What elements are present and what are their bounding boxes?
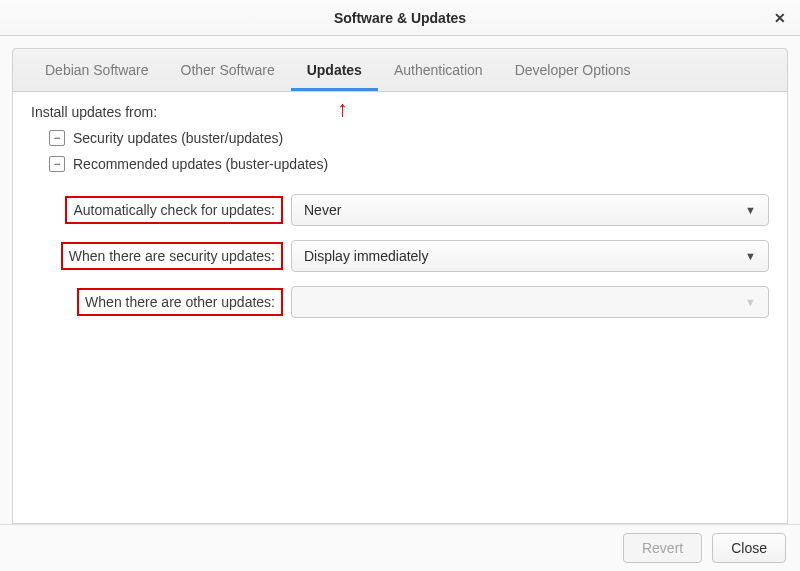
close-icon: ✕ <box>774 10 786 26</box>
window-titlebar: Software & Updates ✕ <box>0 0 800 36</box>
window-close-button[interactable]: ✕ <box>768 6 792 30</box>
security-updates-combo[interactable]: Display immediately ▼ <box>291 240 769 272</box>
source-recommended-updates-row[interactable]: − Recommended updates (buster-updates) <box>49 156 769 172</box>
security-updates-label: When there are security updates: <box>61 242 283 270</box>
chevron-down-icon: ▼ <box>745 296 756 308</box>
update-settings-grid: Automatically check for updates: Never ▼… <box>31 194 769 318</box>
partial-check-icon: − <box>49 156 65 172</box>
label-wrap: Automatically check for updates: <box>31 196 287 224</box>
source-security-updates-row[interactable]: − Security updates (buster/updates) <box>49 130 769 146</box>
security-updates-value: Display immediately <box>304 248 428 264</box>
other-updates-label: When there are other updates: <box>77 288 283 316</box>
auto-check-label: Automatically check for updates: <box>65 196 283 224</box>
updates-panel: ↑ Install updates from: − Security updat… <box>12 92 788 524</box>
chevron-down-icon: ▼ <box>745 250 756 262</box>
tabbar: Debian Software Other Software Updates A… <box>12 48 788 92</box>
tab-updates[interactable]: Updates <box>291 50 378 91</box>
partial-check-icon: − <box>49 130 65 146</box>
row-auto-check: Automatically check for updates: Never ▼ <box>31 194 769 226</box>
row-other-updates: When there are other updates: ▼ <box>31 286 769 318</box>
chevron-down-icon: ▼ <box>745 204 756 216</box>
tab-debian-software[interactable]: Debian Software <box>29 50 165 91</box>
source-security-updates-label: Security updates (buster/updates) <box>73 130 283 146</box>
revert-button: Revert <box>623 533 702 563</box>
auto-check-value: Never <box>304 202 341 218</box>
tab-developer-options[interactable]: Developer Options <box>499 50 647 91</box>
label-wrap: When there are other updates: <box>31 288 287 316</box>
source-recommended-updates-label: Recommended updates (buster-updates) <box>73 156 328 172</box>
dialog-footer: Revert Close <box>0 524 800 570</box>
auto-check-combo[interactable]: Never ▼ <box>291 194 769 226</box>
window-title: Software & Updates <box>334 10 466 26</box>
label-wrap: When there are security updates: <box>31 242 287 270</box>
other-updates-combo: ▼ <box>291 286 769 318</box>
row-security-updates: When there are security updates: Display… <box>31 240 769 272</box>
close-button[interactable]: Close <box>712 533 786 563</box>
tab-authentication[interactable]: Authentication <box>378 50 499 91</box>
tab-other-software[interactable]: Other Software <box>165 50 291 91</box>
install-updates-from-label: Install updates from: <box>31 104 769 120</box>
